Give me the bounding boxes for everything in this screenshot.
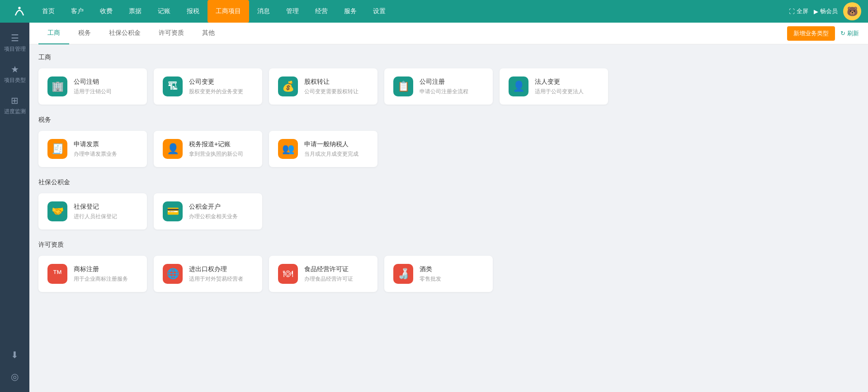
section-title: 社保公积金 [38, 178, 859, 186]
card-税务报道+记账[interactable]: 👤税务报道+记账拿到营业执照的新公司 [154, 131, 262, 167]
sidebar-item-project-type[interactable]: ★ 项目类型 [0, 58, 29, 90]
scroll-content: 工商🏢公司注销适用于注销公司🏗公司变更股权变更外的业务变更💰股权转让公司变更需要… [29, 44, 868, 392]
card-text: 申请发票办理申请发票业务 [74, 140, 117, 158]
card-desc: 进行人员社保登记 [74, 213, 117, 220]
card-title: 进出口权办理 [189, 265, 243, 273]
card-text: 申请一般纳税人当月或次月成变更完成 [304, 140, 359, 158]
nav-item-客户[interactable]: 客户 [63, 0, 92, 23]
card-title: 税务报道+记账 [189, 140, 243, 148]
refresh-button[interactable]: ↻ 刷新 [840, 29, 859, 38]
card-商标注册[interactable]: ™商标注册用于企业商标注册服务 [38, 256, 147, 292]
monitor-icon: ⊞ [11, 95, 19, 106]
tab-许可资质[interactable]: 许可资质 [150, 23, 193, 44]
section-税务: 税务🧾申请发票办理申请发票业务👤税务报道+记账拿到营业执照的新公司👥申请一般纳税… [38, 116, 859, 167]
sidebar-item-progress-monitor[interactable]: ⊞ 进度监测 [0, 90, 29, 121]
card-申请一般纳税人[interactable]: 👥申请一般纳税人当月或次月成变更完成 [269, 131, 377, 167]
card-title: 法人变更 [535, 78, 584, 86]
card-text: 食品经营许可证办理食品经营许可证 [304, 265, 353, 283]
section-工商: 工商🏢公司注销适用于注销公司🏗公司变更股权变更外的业务变更💰股权转让公司变更需要… [38, 53, 859, 105]
card-公积金开户[interactable]: 💳公积金开户办理公积金相关业务 [154, 193, 262, 229]
card-食品经营许可证[interactable]: 🍽食品经营许可证办理食品经营许可证 [269, 256, 377, 292]
tab-社保公积金[interactable]: 社保公积金 [100, 23, 150, 44]
nav-item-工商项目[interactable]: 工商项目 [208, 0, 249, 23]
card-desc: 当月或次月成变更完成 [304, 150, 359, 158]
card-title: 社保登记 [74, 203, 117, 211]
card-text: 税务报道+记账拿到营业执照的新公司 [189, 140, 243, 158]
nav-item-首页[interactable]: 首页 [34, 0, 63, 23]
fullscreen-icon: ⛶ [789, 8, 795, 15]
card-icon: 🍶 [393, 264, 413, 284]
left-sidebar: ☰ 项目管理 ★ 项目类型 ⊞ 进度监测 ⬇ ◎ [0, 23, 29, 392]
card-desc: 办理食品经营许可证 [304, 275, 353, 283]
nav-item-消息[interactable]: 消息 [249, 0, 278, 23]
card-公司注销[interactable]: 🏢公司注销适用于注销公司 [38, 68, 147, 105]
nav-item-报税[interactable]: 报税 [179, 0, 208, 23]
tab-actions: 新增业务类型 ↻ 刷新 [787, 26, 859, 41]
card-text: 商标注册用于企业商标注册服务 [74, 265, 128, 283]
card-title: 公司注册 [420, 78, 468, 86]
section-许可资质: 许可资质™商标注册用于企业商标注册服务🌐进出口权办理适用于对外贸易经营者🍽食品经… [38, 241, 859, 292]
card-icon: 🏢 [47, 76, 67, 96]
settings-icon: ◎ [11, 371, 19, 382]
card-icon: ™ [47, 264, 67, 284]
card-icon: 🍽 [278, 264, 298, 284]
sidebar-label-project-type: 项目类型 [4, 76, 26, 84]
card-公司注册[interactable]: 📋公司注册申请公司注册全流程 [384, 68, 493, 105]
add-business-type-button[interactable]: 新增业务类型 [787, 26, 835, 41]
tab-税务[interactable]: 税务 [69, 23, 100, 44]
card-desc: 公司变更需要股权转让 [304, 88, 359, 96]
cards-grid: 🧾申请发票办理申请发票业务👤税务报道+记账拿到营业执照的新公司👥申请一般纳税人当… [38, 131, 859, 167]
tabs: 工商税务社保公积金许可资质其他 [38, 23, 224, 44]
card-申请发票[interactable]: 🧾申请发票办理申请发票业务 [38, 131, 147, 167]
nav-item-服务[interactable]: 服务 [336, 0, 365, 23]
sidebar-item-download[interactable]: ⬇ [0, 344, 29, 366]
nav-item-管理[interactable]: 管理 [278, 0, 307, 23]
tab-其他[interactable]: 其他 [193, 23, 224, 44]
nav-item-设置[interactable]: 设置 [365, 0, 394, 23]
card-title: 公司变更 [189, 78, 243, 86]
card-desc: 适用于对外贸易经营者 [189, 275, 243, 283]
tab-工商[interactable]: 工商 [38, 23, 69, 44]
sidebar-item-project-management[interactable]: ☰ 项目管理 [0, 27, 29, 58]
card-desc: 办理申请发票业务 [74, 150, 117, 158]
card-title: 申请一般纳税人 [304, 140, 359, 148]
card-进出口权办理[interactable]: 🌐进出口权办理适用于对外贸易经营者 [154, 256, 262, 292]
card-text: 进出口权办理适用于对外贸易经营者 [189, 265, 243, 283]
card-股权转让[interactable]: 💰股权转让公司变更需要股权转让 [269, 68, 377, 105]
card-icon: 🏗 [163, 76, 183, 96]
card-title: 食品经营许可证 [304, 265, 353, 273]
tab-bar: 工商税务社保公积金许可资质其他 新增业务类型 ↻ 刷新 [29, 23, 868, 44]
sidebar-label-project-management: 项目管理 [4, 45, 26, 53]
fullscreen-button[interactable]: ⛶ 全屏 [789, 7, 808, 15]
list-icon: ☰ [11, 33, 19, 43]
card-公司变更[interactable]: 🏗公司变更股权变更外的业务变更 [154, 68, 262, 105]
card-法人变更[interactable]: 👤法人变更适用于公司变更法人 [500, 68, 608, 105]
card-icon: 👥 [278, 139, 298, 159]
card-icon: 📋 [393, 76, 413, 96]
sidebar-label-progress-monitor: 进度监测 [4, 108, 26, 115]
card-社保登记[interactable]: 🤝社保登记进行人员社保登记 [38, 193, 147, 229]
nav-item-票据[interactable]: 票据 [121, 0, 150, 23]
card-desc: 拿到营业执照的新公司 [189, 150, 243, 158]
logo-area [5, 3, 34, 19]
nav-item-记账[interactable]: 记账 [150, 0, 179, 23]
nav-item-收费[interactable]: 收费 [92, 0, 121, 23]
card-desc: 适用于公司变更法人 [535, 88, 584, 96]
nav-right: ⛶ 全屏 ▶ 畅会员 🐻 [789, 2, 868, 20]
card-icon: 👤 [163, 139, 183, 159]
card-title: 股权转让 [304, 78, 359, 86]
sidebar-item-settings[interactable]: ◎ [0, 366, 29, 387]
card-icon: 🧾 [47, 139, 67, 159]
vip-icon: ▶ [814, 8, 818, 15]
card-title: 申请发票 [74, 140, 117, 148]
section-title: 许可资质 [38, 241, 859, 249]
fullscreen-label: 全屏 [797, 7, 808, 15]
card-icon: 👤 [509, 76, 528, 96]
section-title: 税务 [38, 116, 859, 124]
nav-item-经营[interactable]: 经营 [307, 0, 336, 23]
card-text: 社保登记进行人员社保登记 [74, 203, 117, 220]
card-text: 公司变更股权变更外的业务变更 [189, 78, 243, 96]
card-酒类[interactable]: 🍶酒类零售批发 [384, 256, 493, 292]
vip-button[interactable]: ▶ 畅会员 [814, 7, 838, 15]
download-icon: ⬇ [11, 349, 19, 360]
